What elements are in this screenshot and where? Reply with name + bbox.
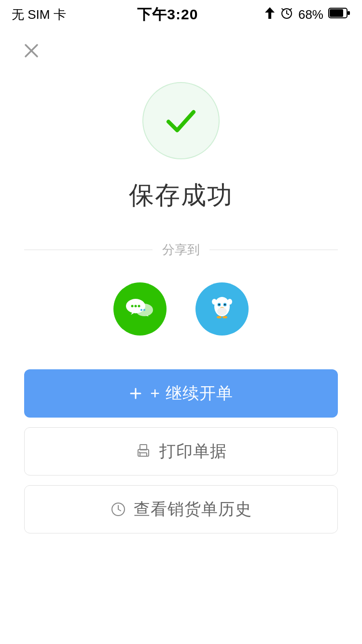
time-display: 下午3:20: [137, 5, 198, 25]
carrier-text: 无 SIM 卡: [12, 6, 66, 23]
plus-icon: [129, 387, 142, 400]
svg-rect-28: [140, 453, 147, 456]
svg-point-14: [212, 299, 217, 305]
svg-point-22: [217, 316, 222, 319]
share-label: 分享到: [162, 241, 200, 258]
continue-order-button[interactable]: + 继续开单: [24, 369, 338, 418]
svg-rect-3: [348, 11, 350, 15]
svg-point-29: [139, 452, 140, 453]
share-line-right: [209, 250, 338, 250]
share-line-left: [24, 250, 153, 250]
status-right: 68%: [265, 6, 350, 23]
battery-icon: [328, 7, 350, 22]
svg-point-18: [219, 304, 220, 306]
history-icon: [111, 502, 126, 517]
qq-icon: [206, 293, 238, 325]
svg-point-12: [143, 309, 145, 311]
status-left: 无 SIM 卡: [12, 6, 71, 23]
action-buttons: + 继续开单 打印单据 查看销货单历史: [24, 369, 338, 533]
close-button[interactable]: [19, 39, 43, 63]
success-title: 保存成功: [129, 179, 233, 212]
status-bar: 无 SIM 卡 下午3:20 68%: [0, 0, 362, 29]
location-icon: [265, 6, 275, 23]
battery-text: 68%: [298, 7, 323, 22]
svg-point-19: [224, 304, 226, 306]
qq-share-button[interactable]: [195, 282, 249, 336]
checkmark-icon: [162, 101, 200, 140]
svg-point-11: [140, 309, 142, 311]
print-button[interactable]: 打印单据: [24, 427, 338, 476]
svg-rect-2: [330, 9, 343, 17]
wechat-share-button[interactable]: [113, 282, 167, 336]
main-content: 保存成功 分享到: [0, 72, 362, 644]
svg-point-21: [217, 308, 227, 315]
share-divider: 分享到: [24, 241, 338, 258]
print-icon: [135, 444, 152, 459]
success-icon-circle: [142, 82, 220, 159]
svg-point-23: [223, 316, 227, 319]
svg-point-9: [135, 305, 137, 308]
history-label: 查看销货单历史: [134, 498, 252, 520]
wechat-icon: [124, 295, 156, 322]
svg-point-8: [131, 305, 134, 308]
svg-point-15: [227, 299, 232, 305]
alarm-icon: [280, 6, 293, 23]
continue-order-label: + 继续开单: [150, 382, 233, 405]
share-icons: [113, 282, 249, 336]
history-button[interactable]: 查看销货单历史: [24, 485, 338, 533]
close-area: [0, 29, 362, 72]
svg-point-10: [138, 305, 140, 308]
print-label: 打印单据: [159, 440, 227, 462]
